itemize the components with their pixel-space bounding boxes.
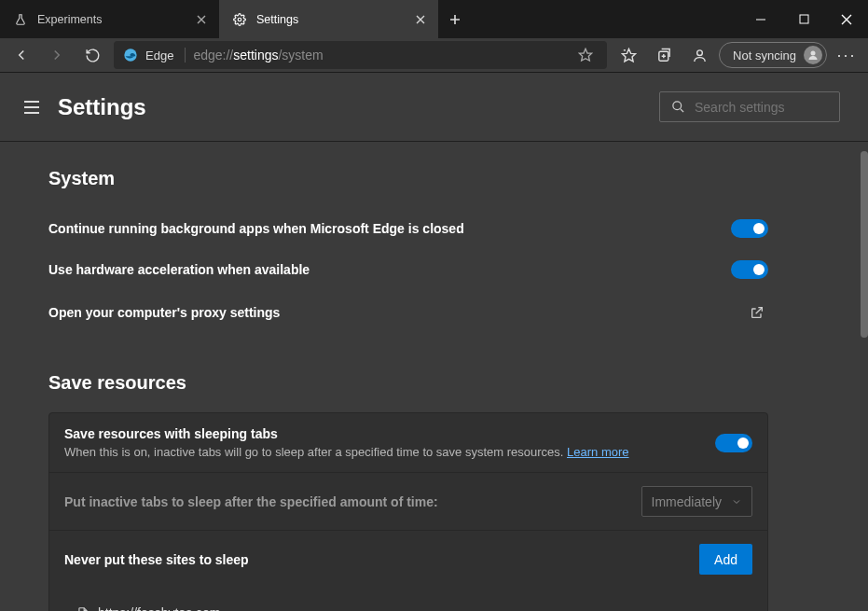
hamburger-menu-button[interactable] [19,94,45,120]
row-never-sleep: Never put these sites to sleep Add [49,531,767,588]
row-desc: When this is on, inactive tabs will go t… [64,445,629,459]
svg-rect-1 [800,15,808,23]
flask-icon [13,12,28,27]
search-icon [671,100,685,114]
back-button[interactable] [6,41,37,69]
titlebar: Experiments Settings [0,0,868,38]
favorites-button[interactable] [613,41,644,69]
site-url: https://fossbytes.com [98,605,221,611]
gear-icon [232,12,247,27]
tab-settings[interactable]: Settings [219,0,438,38]
sync-label: Not syncing [733,49,796,62]
row-sleeping-tabs: Save resources with sleeping tabs When t… [49,413,767,473]
site-more-button[interactable]: ··· [724,599,752,611]
svg-point-7 [811,51,816,56]
tab-experiments[interactable]: Experiments [0,0,219,38]
svg-point-0 [238,18,241,21]
sync-profile-button[interactable]: Not syncing [719,42,827,68]
url-prefix: edge:// [193,48,233,62]
toolbar: Edge edge://settings/system Not syncing … [0,38,868,73]
divider [185,48,186,62]
maximize-button[interactable] [782,0,825,38]
save-resources-card: Save resources with sleeping tabs When t… [48,412,768,611]
row-label: Open your computer's proxy settings [48,305,280,320]
edge-logo-icon [123,48,138,62]
close-window-button[interactable] [825,0,868,38]
svg-marker-3 [579,49,591,61]
add-site-button[interactable]: Add [699,544,752,575]
desc-text: When this is on, inactive tabs will go t… [64,445,567,459]
settings-content: System Continue running background apps … [0,142,820,611]
refresh-button[interactable] [76,41,108,69]
tab-title: Experiments [37,13,184,26]
toggle-hardware-accel[interactable] [731,260,768,279]
chevron-down-icon [731,496,742,507]
section-heading-system: System [48,168,768,189]
row-label: Continue running background apps when Mi… [48,221,464,236]
toggle-sleeping-tabs[interactable] [715,434,752,452]
url-suffix: /system [278,48,323,62]
new-tab-button[interactable] [438,0,472,38]
scrollbar-thumb[interactable] [861,151,868,338]
search-input[interactable] [695,100,858,115]
row-hardware-accel: Use hardware acceleration when available [48,249,768,290]
profile-icon[interactable] [683,41,715,69]
favorite-star-icon[interactable] [573,43,598,67]
row-title: Never put these sites to sleep [64,552,249,567]
row-title: Put inactive tabs to sleep after the spe… [64,494,438,509]
url-highlight: settings [233,48,278,62]
site-entry-row: https://fossbytes.com ··· [49,588,767,611]
forward-button[interactable] [41,41,73,69]
url-text: edge://settings/system [193,48,323,62]
browser-name: Edge [145,49,173,62]
address-bar[interactable]: Edge edge://settings/system [114,41,607,69]
sleep-time-select[interactable]: Immediately [641,486,752,517]
search-settings-field[interactable] [659,91,840,122]
external-link-icon [746,301,768,324]
row-title: Save resources with sleeping tabs [64,426,629,441]
row-background-apps: Continue running background apps when Mi… [48,208,768,249]
tab-title: Settings [256,13,403,26]
learn-more-link[interactable]: Learn more [567,445,628,459]
close-icon[interactable] [193,11,210,28]
collections-button[interactable] [648,41,680,69]
window-controls [739,0,868,38]
toggle-background-apps[interactable] [731,219,768,238]
more-menu-button[interactable]: ··· [831,41,862,69]
settings-header: Settings [0,73,868,142]
row-sleep-time: Put inactive tabs to sleep after the spe… [49,473,767,531]
svg-point-8 [673,102,682,110]
section-heading-save: Save resources [48,372,768,394]
row-label: Use hardware acceleration when available [48,262,310,277]
svg-point-6 [696,49,702,55]
page-title: Settings [58,94,146,120]
avatar-icon [804,46,822,64]
close-icon[interactable] [412,11,429,28]
minimize-button[interactable] [739,0,782,38]
select-value: Immediately [652,494,722,509]
row-proxy-settings[interactable]: Open your computer's proxy settings [48,290,768,335]
page-icon [76,605,90,611]
